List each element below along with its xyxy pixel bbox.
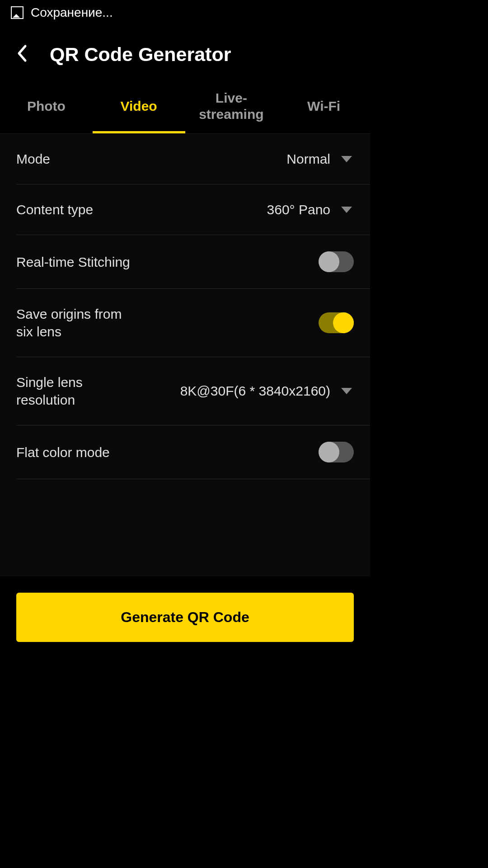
flat-color-toggle[interactable]: [319, 442, 354, 462]
chevron-down-icon: [341, 388, 352, 394]
toggle-knob: [333, 312, 354, 333]
setting-label: Single lens resolution: [16, 373, 134, 409]
chevron-down-icon: [341, 156, 352, 162]
setting-content-type: Content type 360° Pano: [16, 184, 370, 235]
header: QR Code Generator: [0, 25, 370, 79]
setting-save-origins: Save origins from six lens: [16, 289, 370, 357]
setting-value: 8K@30F(6 * 3840x2160): [180, 383, 330, 399]
tabs: Photo Video Live-streaming Wi-Fi: [0, 79, 370, 134]
stitching-toggle[interactable]: [319, 251, 354, 272]
mode-dropdown[interactable]: Normal: [286, 151, 354, 167]
status-bar: Сохранение...: [0, 0, 370, 25]
setting-label: Mode: [16, 150, 50, 168]
content-type-dropdown[interactable]: 360° Pano: [267, 202, 354, 217]
image-icon: [11, 6, 23, 19]
status-text: Сохранение...: [31, 5, 113, 20]
tab-video[interactable]: Video: [93, 79, 185, 133]
toggle-knob: [319, 251, 339, 272]
generate-qr-button[interactable]: Generate QR Code: [16, 593, 354, 642]
setting-flat-color: Flat color mode: [16, 425, 370, 479]
setting-label: Content type: [16, 201, 93, 218]
setting-stitching: Real-time Stitching: [16, 235, 370, 289]
footer: Generate QR Code: [0, 576, 370, 658]
setting-mode: Mode Normal: [16, 134, 370, 184]
setting-label: Save origins from six lens: [16, 305, 134, 340]
setting-label: Flat color mode: [16, 443, 110, 461]
tab-livestreaming[interactable]: Live-streaming: [185, 79, 278, 133]
chevron-left-icon: [16, 44, 27, 62]
setting-resolution: Single lens resolution 8K@30F(6 * 3840x2…: [16, 357, 370, 425]
tab-photo[interactable]: Photo: [0, 79, 93, 133]
page-title: QR Code Generator: [50, 43, 231, 66]
tab-wifi[interactable]: Wi-Fi: [277, 79, 370, 133]
setting-label: Real-time Stitching: [16, 253, 130, 271]
settings-list: Mode Normal Content type 360° Pano Real-…: [0, 134, 370, 576]
save-origins-toggle[interactable]: [319, 312, 354, 333]
setting-value: Normal: [286, 151, 330, 167]
setting-value: 360° Pano: [267, 202, 330, 217]
resolution-dropdown[interactable]: 8K@30F(6 * 3840x2160): [180, 383, 354, 399]
chevron-down-icon: [341, 207, 352, 213]
toggle-knob: [319, 442, 339, 462]
back-button[interactable]: [16, 44, 27, 65]
